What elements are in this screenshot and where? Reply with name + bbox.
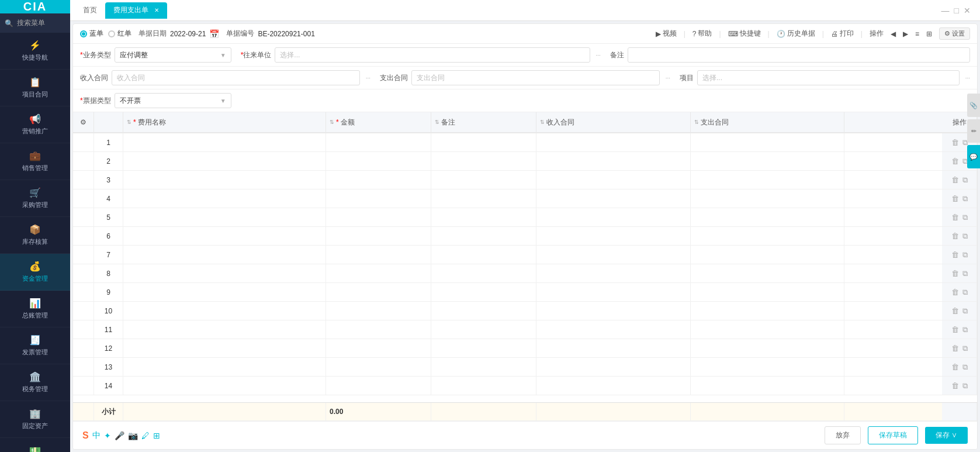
- row-amount-cell[interactable]: [326, 320, 431, 339]
- row-delete-icon[interactable]: 🗑: [951, 269, 959, 278]
- table-row[interactable]: 2 🗑 ⧉: [73, 152, 977, 171]
- row-note-cell[interactable]: [431, 208, 536, 226]
- row-income-cell[interactable]: [536, 208, 691, 226]
- row-note-cell[interactable]: [431, 227, 536, 245]
- row-amount-cell[interactable]: [326, 302, 431, 320]
- video-button[interactable]: ▶ 视频: [656, 29, 677, 39]
- table-row[interactable]: 4 🗑 ⧉: [73, 189, 977, 208]
- row-income-cell[interactable]: [536, 358, 691, 376]
- row-delete-icon[interactable]: 🗑: [951, 306, 959, 315]
- col-header-name[interactable]: ⇅ * 费用名称: [123, 112, 326, 132]
- row-copy-icon[interactable]: ⧉: [962, 325, 968, 334]
- row-income-cell[interactable]: [536, 171, 691, 189]
- invoice-type-input[interactable]: 不开票 ▼: [115, 93, 231, 108]
- row-delete-icon[interactable]: 🗑: [951, 175, 959, 184]
- row-amount-cell[interactable]: [326, 246, 431, 264]
- row-delete-icon[interactable]: 🗑: [951, 138, 959, 147]
- tab-home[interactable]: 首页: [75, 2, 105, 19]
- nav-prev-button[interactable]: ◀: [891, 30, 896, 38]
- save-button[interactable]: 保存 ∨: [925, 427, 968, 444]
- row-name-cell[interactable]: [123, 152, 326, 170]
- settings-button[interactable]: ⚙ 设置: [939, 27, 970, 40]
- table-row[interactable]: 12 🗑 ⧉: [73, 339, 977, 358]
- row-copy-icon[interactable]: ⧉: [962, 344, 968, 353]
- help-button[interactable]: ? 帮助: [692, 29, 712, 39]
- row-name-cell[interactable]: [123, 320, 326, 339]
- table-row[interactable]: 9 🗑 ⧉: [73, 283, 977, 302]
- row-income-cell[interactable]: [536, 377, 691, 395]
- sidebar-item-tax[interactable]: 🏛️ 税务管理: [0, 364, 70, 401]
- operate-button[interactable]: 操作: [870, 29, 884, 39]
- remark-input[interactable]: [628, 47, 970, 63]
- expense-contract-more-button[interactable]: ···: [666, 75, 670, 81]
- col-header-note[interactable]: ⇅ 备注: [431, 112, 536, 132]
- row-amount-cell[interactable]: [326, 227, 431, 245]
- row-copy-icon[interactable]: ⧉: [962, 306, 968, 316]
- row-delete-icon[interactable]: 🗑: [951, 344, 959, 353]
- sidebar-item-salary[interactable]: 💵 工资: [0, 438, 70, 452]
- sidebar-item-assets[interactable]: 🏢 固定资产: [0, 401, 70, 438]
- row-expense-cell[interactable]: [691, 339, 845, 357]
- row-name-cell[interactable]: [123, 227, 326, 245]
- table-row[interactable]: 5 🗑 ⧉: [73, 208, 977, 227]
- row-income-cell[interactable]: [536, 339, 691, 357]
- row-amount-cell[interactable]: [326, 283, 431, 301]
- table-row[interactable]: 7 🗑 ⧉: [73, 246, 977, 264]
- window-maximize-button[interactable]: □: [954, 6, 959, 15]
- shortcut-button[interactable]: ⌨ 快捷键: [728, 29, 761, 39]
- project-more-button[interactable]: ···: [965, 75, 970, 81]
- window-close-button[interactable]: ✕: [964, 6, 971, 15]
- tab-expense[interactable]: 费用支出单 ✕: [105, 2, 167, 19]
- row-income-cell[interactable]: [536, 320, 691, 339]
- row-amount-cell[interactable]: [326, 264, 431, 282]
- sidebar-item-ledger[interactable]: 📊 总账管理: [0, 291, 70, 327]
- row-income-cell[interactable]: [536, 283, 691, 301]
- row-expense-cell[interactable]: [691, 377, 845, 395]
- business-type-input[interactable]: 应付调整 ▼: [115, 47, 231, 63]
- brand-dot-icon[interactable]: ✦: [104, 431, 111, 440]
- row-name-cell[interactable]: [123, 302, 326, 320]
- right-float-attachment-icon[interactable]: 📎: [967, 94, 980, 117]
- row-expense-cell[interactable]: [691, 358, 845, 376]
- row-expense-cell[interactable]: [691, 227, 845, 245]
- sidebar-item-sales[interactable]: 💼 销售管理: [0, 143, 70, 180]
- print-button[interactable]: 🖨 打印: [831, 29, 854, 39]
- col-header-amount[interactable]: ⇅ * 金额: [326, 112, 431, 132]
- row-income-cell[interactable]: [536, 264, 691, 282]
- partner-more-button[interactable]: ···: [596, 52, 601, 58]
- row-amount-cell[interactable]: [326, 171, 431, 189]
- row-name-cell[interactable]: [123, 358, 326, 376]
- income-contract-input[interactable]: 收入合同: [112, 70, 360, 85]
- row-delete-icon[interactable]: 🗑: [951, 232, 959, 240]
- row-income-cell[interactable]: [536, 152, 691, 170]
- date-value[interactable]: 2022-09-21: [170, 30, 206, 38]
- grid-view-button[interactable]: ⊞: [926, 30, 932, 38]
- row-copy-icon[interactable]: ⧉: [962, 269, 968, 278]
- table-row[interactable]: 6 🗑 ⧉: [73, 227, 977, 246]
- row-delete-icon[interactable]: 🗑: [951, 381, 959, 390]
- row-expense-cell[interactable]: [691, 133, 845, 151]
- sidebar-search[interactable]: 🔍 搜索菜单: [0, 13, 70, 33]
- row-copy-icon[interactable]: ⧉: [962, 288, 968, 297]
- row-delete-icon[interactable]: 🗑: [951, 363, 959, 371]
- row-copy-icon[interactable]: ⧉: [962, 250, 968, 260]
- row-note-cell[interactable]: [431, 246, 536, 264]
- row-name-cell[interactable]: [123, 208, 326, 226]
- col-header-expense[interactable]: ⇅ 支出合同: [691, 112, 845, 132]
- tab-close-icon[interactable]: ✕: [154, 7, 159, 13]
- brand-中-icon[interactable]: 中: [92, 430, 101, 441]
- row-copy-icon[interactable]: ⧉: [962, 232, 968, 241]
- row-note-cell[interactable]: [431, 133, 536, 151]
- row-copy-icon[interactable]: ⧉: [962, 194, 968, 203]
- brand-mic-icon[interactable]: 🎤: [115, 431, 124, 440]
- row-note-cell[interactable]: [431, 189, 536, 208]
- row-expense-cell[interactable]: [691, 283, 845, 301]
- table-row[interactable]: 14 🗑 ⧉: [73, 377, 977, 395]
- history-button[interactable]: 🕐 历史单据: [777, 29, 815, 39]
- row-copy-icon[interactable]: ⧉: [962, 363, 968, 372]
- sidebar-item-capital[interactable]: 💰 资金管理: [0, 254, 70, 291]
- row-expense-cell[interactable]: [691, 320, 845, 339]
- row-name-cell[interactable]: [123, 171, 326, 189]
- row-copy-icon[interactable]: ⧉: [962, 175, 968, 185]
- window-minimize-button[interactable]: —: [941, 6, 950, 15]
